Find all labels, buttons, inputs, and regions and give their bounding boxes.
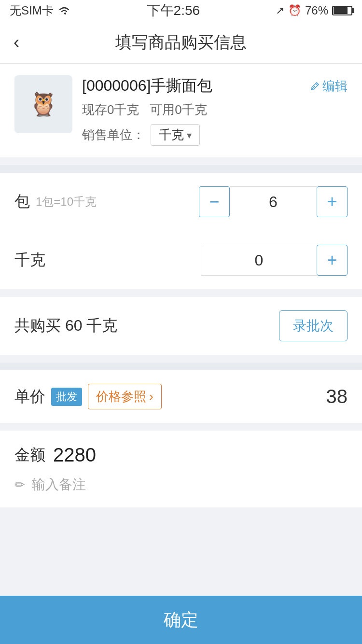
batch-button[interactable]: 录批次 [279,310,348,341]
batch-tag: 批发 [51,388,82,406]
battery-icon [332,6,352,15]
carrier-text: 无SIM卡 [10,3,54,18]
bag-sublabel: 1包=10千克 [36,194,97,210]
input-section: 包 1包=10千克 − + 千克 + [0,173,362,289]
product-thumbnail: 🦉 [14,75,72,133]
bag-input-row: 包 1包=10千克 − + [0,173,362,231]
price-section: 单价 批发 价格参照 › 38 [0,370,362,423]
status-left: 无SIM卡 [10,3,71,18]
alarm-icon: ⏰ [288,4,301,17]
note-row[interactable]: ✏ 输入备注 [14,476,348,494]
unit-select-arrow: ▾ [187,129,192,141]
kg-qty-control: + [201,245,348,276]
amount-section: 金额 2280 ✏ 输入备注 [0,431,362,507]
page-title: 填写商品购买信息 [115,31,247,54]
bag-qty-control: − + [199,186,348,217]
nav-bar: ‹ 填写商品购买信息 [0,21,362,64]
product-card: 🦉 [0000006]手撕面包 编辑 现存0千克 可用0千克 销售单位： 千 [0,64,362,157]
edit-icon [310,81,320,91]
price-row: 单价 批发 价格参照 › 38 [14,384,348,409]
wifi-icon [57,6,71,15]
total-row: 共购买 60 千克 录批次 [0,297,362,355]
product-name: [0000006]手撕面包 [82,75,212,97]
location-icon: ↗ [276,4,284,17]
product-stock: 现存0千克 可用0千克 [82,101,348,118]
status-right: ↗ ⏰ 76% [276,4,352,17]
status-bar: 无SIM卡 下午2:56 ↗ ⏰ 76% [0,0,362,21]
bag-plus-button[interactable]: + [317,186,348,217]
amount-row: 金额 2280 [14,444,348,466]
unit-select[interactable]: 千克 ▾ [151,124,200,146]
unit-label: 销售单位： [82,126,145,143]
price-label: 单价 [14,386,45,407]
product-unit-row: 销售单位： 千克 ▾ [82,124,348,146]
status-time: 下午2:56 [147,1,200,20]
confirm-button-label: 确定 [164,608,198,632]
confirm-bar[interactable]: 确定 [0,596,362,644]
kg-label: 千克 [14,250,72,271]
amount-label: 金额 [14,445,45,466]
product-name-row: [0000006]手撕面包 编辑 [82,75,348,97]
kg-plus-button[interactable]: + [317,245,348,276]
divider-2 [0,363,362,370]
price-value: 38 [326,386,348,407]
bag-qty-input[interactable] [230,186,317,217]
bag-minus-button[interactable]: − [199,186,230,217]
amount-value: 2280 [53,444,96,466]
price-label-group: 单价 批发 价格参照 › [14,384,162,409]
battery-percent: 76% [305,4,328,17]
edit-button[interactable]: 编辑 [310,78,348,95]
price-ref-button[interactable]: 价格参照 › [88,384,162,409]
note-placeholder: 输入备注 [32,476,86,494]
back-button[interactable]: ‹ [14,32,19,53]
kg-input-row: 千克 + [0,231,362,289]
product-info: [0000006]手撕面包 编辑 现存0千克 可用0千克 销售单位： 千克 ▾ [82,75,348,146]
product-thumb-icon: 🦉 [29,91,58,118]
bag-label: 包 1包=10千克 [14,191,97,212]
note-icon: ✏ [14,477,25,492]
total-text: 共购买 60 千克 [14,315,117,336]
divider-1 [0,165,362,173]
kg-qty-input[interactable] [201,245,317,276]
